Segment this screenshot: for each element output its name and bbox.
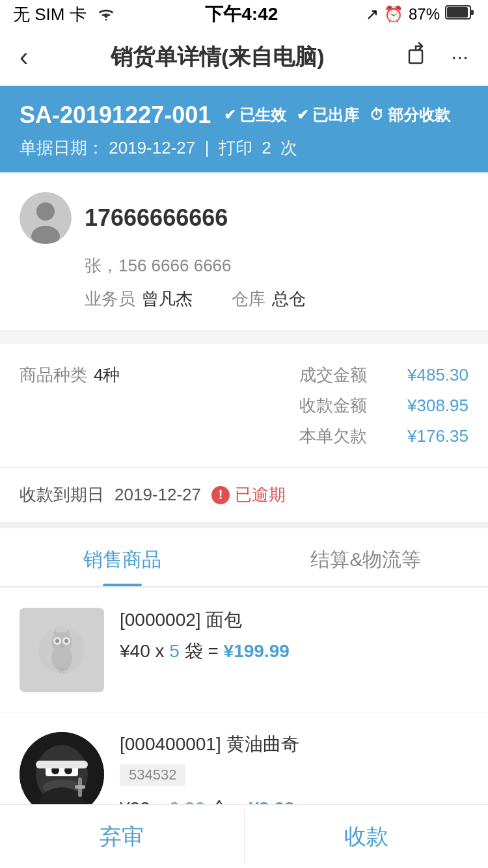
stats-section: 商品种类 4种 成交金额 ¥485.30 收款金额 ¥308.95 本单欠款 ¥… [0,344,488,468]
customer-section: 17666666666 张，156 6666 6666 业务员 曾凡杰 仓库 总… [0,172,488,331]
bottom-bar: 弃审 收款 [0,804,488,868]
check-icon-2: ✔ [297,107,308,124]
due-date-value: 2019-12-27 [115,485,201,505]
customer-name-phone: 张，156 6666 6666 [85,254,468,277]
status-bar: 无 SIM 卡 下午4:42 ↗ ⏰ 87% [0,0,488,29]
order-id-number: SA-20191227-001 [20,102,211,129]
order-date-row: 单据日期： 2019-12-27 | 打印 2 次 [20,137,468,159]
status-badge-shipped: ✔ 已出库 [297,105,359,126]
overdue-icon: ! [211,486,230,504]
stats-right: 成交金额 ¥485.30 收款金额 ¥308.95 本单欠款 ¥176.35 [299,364,468,448]
status-left: 无 SIM 卡 [13,3,118,26]
product-info-1: [0000002] 面包 ¥40 x 5 袋 = ¥199.99 [120,608,468,664]
overdue-badge: ! 已逾期 [211,483,286,506]
share-button[interactable] [407,42,431,72]
tab-products[interactable]: 销售商品 [0,528,244,586]
product-name-1: [0000002] 面包 [120,608,468,632]
svg-point-13 [64,639,68,643]
svg-point-12 [55,639,59,643]
customer-meta: 业务员 曾凡杰 仓库 总仓 [85,288,468,310]
product-list: 鸮+ [0000002] 面包 ¥40 x 5 袋 = ¥199.99 [0,588,488,841]
customer-id: 17666666666 [85,204,228,232]
page-title: 销货单详情(来自电脑) [111,42,325,72]
order-id-row: SA-20191227-001 ✔ 已生效 ✔ 已出库 ⏱ 部分收款 [20,102,468,129]
check-icon-1: ✔ [224,107,236,124]
deal-amount-row: 成交金额 ¥485.30 [299,364,468,387]
stats-kinds: 商品种类 4种 [20,364,120,387]
due-date-label: 收款到期日 [20,483,104,506]
order-header: SA-20191227-001 ✔ 已生效 ✔ 已出库 ⏱ 部分收款 单据日期：… [0,86,488,172]
due-section: 收款到期日 2019-12-27 ! 已逾期 [0,468,488,528]
abandon-button[interactable]: 弃审 [0,809,245,865]
product-name-2: [000400001] 黄油曲奇 [120,732,468,757]
status-right: ↗ ⏰ 87% [366,5,475,24]
product-price-1: ¥40 x 5 袋 = ¥199.99 [120,639,468,664]
svg-rect-2 [447,7,468,18]
collect-button[interactable]: 收款 [245,809,489,865]
more-button[interactable]: ··· [451,45,468,69]
product-thumbnail-1: 鸮+ [20,608,104,692]
nav-bar: ‹ 销货单详情(来自电脑) ··· [0,29,488,86]
debt-amount-row: 本单欠款 ¥176.35 [299,425,468,448]
svg-rect-27 [75,785,85,789]
list-item: 鸮+ [0000002] 面包 ¥40 x 5 袋 = ¥199.99 [0,588,488,712]
status-badge-partial: ⏱ 部分收款 [370,105,450,126]
svg-text:鸮+: 鸮+ [58,666,68,673]
warehouse-item: 仓库 总仓 [232,288,306,310]
stats-row: 商品种类 4种 成交金额 ¥485.30 收款金额 ¥308.95 本单欠款 ¥… [20,364,468,448]
status-badges: ✔ 已生效 ✔ 已出库 ⏱ 部分收款 [224,105,450,126]
salesman-item: 业务员 曾凡杰 [85,288,193,310]
svg-rect-3 [409,50,422,63]
overdue-text: 已逾期 [235,483,286,506]
battery-label: 87% [409,5,440,23]
svg-point-5 [36,202,55,221]
status-time: 下午4:42 [205,2,278,27]
carrier-label: 无 SIM 卡 [13,3,87,26]
clock-icon: ⏱ [370,107,384,124]
svg-rect-23 [36,761,88,768]
nav-actions: ··· [407,42,468,72]
product-sku-2: 534532 [120,764,185,786]
location-icon: ↗ [366,5,379,23]
status-badge-active: ✔ 已生效 [224,105,286,126]
svg-rect-1 [470,10,474,15]
battery-icon [445,5,475,24]
alarm-icon: ⏰ [384,5,403,23]
back-button[interactable]: ‹ [20,42,28,72]
avatar [20,192,72,244]
collection-amount-row: 收款金额 ¥308.95 [299,394,468,417]
tabs-section: 销售商品 结算&物流等 [0,528,488,587]
wifi-icon [94,4,118,25]
tab-settlement[interactable]: 结算&物流等 [244,528,488,586]
customer-row: 17666666666 [20,192,468,244]
